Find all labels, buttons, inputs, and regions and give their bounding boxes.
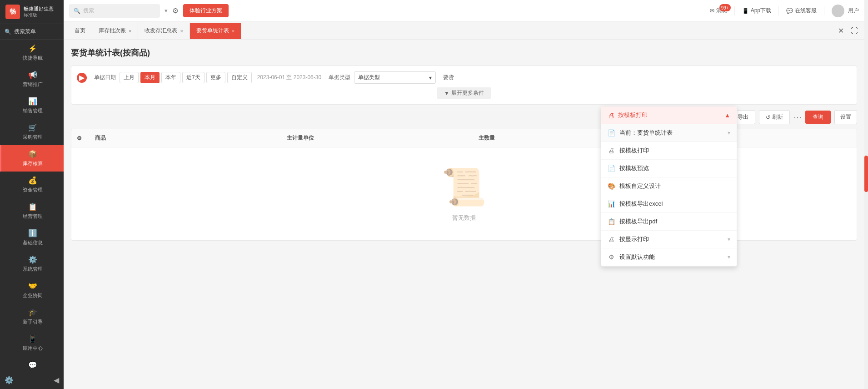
- sidebar-item-enterprise-wechat[interactable]: 💬 企业微信: [0, 356, 64, 371]
- sidebar-item-basic-info-label: 基础信息: [23, 239, 43, 246]
- topbar-search[interactable]: 🔍 搜索: [69, 4, 160, 18]
- dropdown-section-display-print[interactable]: 🖨 按显示打印 ▾: [601, 231, 737, 248]
- tab-close-btn[interactable]: ✕: [835, 25, 846, 36]
- topbar-chevron-icon[interactable]: ▾: [165, 7, 168, 14]
- message-action[interactable]: ✉ 消息 99+: [710, 7, 727, 15]
- app-name: 畅康通好生意: [24, 5, 54, 12]
- more-actions-btn[interactable]: ⋯: [793, 112, 802, 122]
- dropdown-export-pdf-label: 按模板导出pdf: [619, 217, 730, 226]
- date-filter: 单据日期 上月 本月 本年 近7天 更多 自定义 2023-06-01 至 20…: [94, 72, 321, 83]
- dropdown-current-arrow: ▾: [728, 130, 730, 136]
- right-scrollbar[interactable]: [864, 0, 868, 389]
- online-service-label: 在线客服: [795, 7, 817, 15]
- sidebar-search[interactable]: 🔍 搜索菜单: [0, 24, 64, 40]
- query-btn[interactable]: 查询: [805, 111, 831, 124]
- tab-order-summary-close[interactable]: ×: [232, 28, 234, 34]
- online-service-action[interactable]: 💬 在线客服: [786, 7, 817, 15]
- date-btn-prev-month[interactable]: 上月: [120, 72, 139, 83]
- tab-order-summary[interactable]: 要货单统计表 ×: [190, 23, 241, 39]
- order-type-label: 单据类型: [329, 74, 350, 81]
- date-btn-more[interactable]: 更多: [206, 72, 225, 83]
- tab-order-summary-label: 要货单统计表: [196, 27, 229, 35]
- sidebar-item-cooperation-label: 企业协同: [23, 292, 43, 299]
- sidebar-item-inventory[interactable]: 📦 库存核算: [0, 145, 64, 172]
- dropdown-template-custom-icon: 🎨: [608, 182, 615, 190]
- page-content: 要货单统计表(按商品) ▶ 单据日期 上月 本月 本年 近7天 更多 自定义: [64, 40, 864, 389]
- sidebar-item-purchase[interactable]: 🛒 采购管理: [0, 119, 64, 145]
- dropdown-item-export-pdf[interactable]: 📋 按模板导出pdf: [601, 213, 737, 231]
- sidebar-item-operations-label: 经营管理: [23, 213, 43, 220]
- tab-receipt-summary[interactable]: 收发存汇总表 ×: [138, 23, 190, 39]
- sidebar-item-sales[interactable]: 📊 销售管理: [0, 92, 64, 119]
- app-download-icon: 📱: [742, 8, 749, 14]
- sidebar-search-label: 搜索菜单: [14, 28, 36, 35]
- dropdown-item-template-print[interactable]: 🖨 按模板打印: [601, 142, 737, 160]
- topbar-settings-icon[interactable]: ⚙: [172, 6, 179, 15]
- sidebar-item-system[interactable]: ⚙️ 系统管理: [0, 251, 64, 277]
- dropdown-display-print-label: 按显示打印: [619, 235, 723, 243]
- date-btn-current-month[interactable]: 本月: [140, 72, 160, 83]
- main-area: 🔍 搜索 ▾ ⚙ 体验行业方案 ✉ 消息 99+ 📱 App下载 💬 在线客服: [64, 0, 864, 389]
- filter-expand-icon[interactable]: ▶: [77, 73, 87, 83]
- sidebar-settings-btn[interactable]: ⚙️: [5, 376, 14, 384]
- dropdown-current-icon: 📄: [608, 129, 615, 136]
- sidebar-collapse-btn[interactable]: ◀: [54, 376, 59, 384]
- sales-icon: 📊: [28, 97, 37, 106]
- expand-conditions-btn[interactable]: ▼ 展开更多条件: [437, 87, 491, 99]
- th-settings[interactable]: ⚙: [71, 135, 90, 141]
- tab-inventory-batch-label: 库存批次账: [99, 27, 126, 35]
- sidebar-item-operations[interactable]: 📋 经营管理: [0, 198, 64, 224]
- dropdown-header-left: 🖨 按模板打印: [608, 111, 648, 119]
- tab-receipt-summary-close[interactable]: ×: [180, 28, 183, 34]
- topbar-divider-2: [778, 6, 779, 15]
- data-table: ⚙ 商品 主计量单位 主数量 零售金额 📜 暂无数据: [71, 129, 857, 241]
- dropdown-item-template-preview[interactable]: 📄 按模板预览: [601, 160, 737, 177]
- dropdown-item-template-custom[interactable]: 🎨 模板自定义设计: [601, 177, 737, 195]
- empty-state: 📜 暂无数据: [441, 166, 487, 222]
- sidebar-item-quick-nav[interactable]: ⚡ 快捷导航: [0, 40, 64, 66]
- trial-button[interactable]: 体验行业方案: [183, 4, 229, 17]
- order-goods-label: 要货: [443, 74, 454, 81]
- dropdown-header-arrow[interactable]: ▲: [724, 112, 730, 119]
- tab-maximize-btn[interactable]: ⛶: [849, 25, 860, 36]
- marketing-icon: 📢: [28, 71, 37, 79]
- dropdown-current-template[interactable]: 📄 当前：要货单统计表 ▾: [601, 124, 737, 142]
- refresh-btn[interactable]: ↺ 刷新: [759, 110, 790, 124]
- settings-btn[interactable]: 设置: [834, 110, 857, 124]
- sidebar-item-finance[interactable]: 💰 资金管理: [0, 172, 64, 198]
- dropdown-default-function-icon: ⚙: [608, 253, 615, 261]
- sidebar-item-guide-label: 新手引导: [23, 318, 43, 325]
- order-type-dropdown-icon: ▾: [429, 75, 432, 81]
- dropdown-item-export-excel[interactable]: 📊 按模板导出excel: [601, 195, 737, 213]
- user-name: 用户: [848, 7, 859, 15]
- message-badge: 99+: [719, 4, 731, 11]
- order-type-select[interactable]: 单据类型 ▾: [354, 71, 436, 84]
- sidebar: 畅 畅康通好生意 标准版 🔍 搜索菜单 ⚡ 快捷导航 📢 营销推广 📊 销售管理…: [0, 0, 64, 389]
- inventory-icon: 📦: [28, 150, 37, 158]
- table-body: 📜 暂无数据: [71, 147, 857, 240]
- user-action[interactable]: 用户: [832, 5, 859, 17]
- dropdown-header[interactable]: 🖨 按模板打印 ▲: [601, 106, 737, 124]
- app-download-action[interactable]: 📱 App下载: [742, 7, 771, 15]
- dropdown-template-custom-label: 模板自定义设计: [619, 182, 730, 190]
- date-btn-last-7-days[interactable]: 近7天: [182, 72, 205, 83]
- date-btn-current-year[interactable]: 本年: [161, 72, 180, 83]
- right-scroll-thumb[interactable]: [864, 156, 868, 192]
- sidebar-item-guide[interactable]: 🎓 新手引导: [0, 303, 64, 330]
- sidebar-item-marketing[interactable]: 📢 营销推广: [0, 66, 64, 92]
- dropdown-default-function-label: 设置默认功能: [619, 253, 723, 261]
- purchase-icon: 🛒: [28, 123, 37, 132]
- date-btn-custom[interactable]: 自定义: [227, 72, 252, 83]
- sidebar-item-app-center[interactable]: 📱 应用中心: [0, 330, 64, 356]
- tab-home[interactable]: 首页: [68, 23, 92, 39]
- filter-row: ▶ 单据日期 上月 本月 本年 近7天 更多 自定义 2023-06-01 至 …: [77, 71, 851, 84]
- dropdown-section-default-function[interactable]: ⚙ 设置默认功能 ▾: [601, 248, 737, 266]
- tab-inventory-batch[interactable]: 库存批次账 ×: [92, 23, 138, 39]
- sidebar-item-cooperation[interactable]: 🤝 企业协同: [0, 277, 64, 303]
- sidebar-logo: 畅 畅康通好生意 标准版: [0, 0, 64, 24]
- table-header: ⚙ 商品 主计量单位 主数量 零售金额: [71, 129, 857, 147]
- topbar-divider-1: [734, 6, 735, 15]
- sidebar-item-basic-info[interactable]: ℹ️ 基础信息: [0, 224, 64, 251]
- tab-inventory-batch-close[interactable]: ×: [129, 28, 131, 34]
- dropdown-display-print-arrow: ▾: [728, 236, 730, 242]
